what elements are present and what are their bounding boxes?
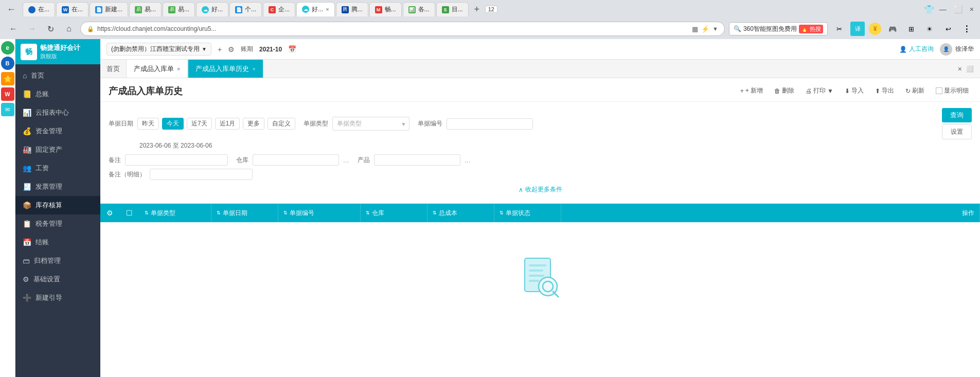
tab-close-icon[interactable]: × — [326, 6, 329, 12]
tab-8[interactable]: C 企... — [263, 2, 295, 16]
detail-note-input[interactable] — [150, 169, 253, 180]
tab-4[interactable]: 易 易... — [129, 2, 162, 16]
product-input[interactable] — [374, 154, 460, 166]
tshirt-icon[interactable]: 👕 — [924, 5, 934, 14]
lightning-icon[interactable]: ⚡ — [701, 25, 709, 33]
breadcrumb-home[interactable]: 首页 — [100, 60, 126, 78]
tab-10[interactable]: 腾 腾... — [336, 2, 368, 16]
undo-icon[interactable]: ↩ — [941, 22, 955, 36]
expand-panel-button[interactable]: ⬜ — [966, 65, 974, 73]
search-box[interactable]: 🔍 360智能抠图免费用 🔥 热搜 — [729, 22, 828, 35]
page-tab-list[interactable]: 产成品入库单 × — [126, 60, 188, 78]
show-columns-button[interactable]: 显示明细 — [933, 84, 972, 97]
scissors-icon[interactable]: ✂ — [832, 22, 846, 36]
note-input[interactable] — [125, 154, 228, 166]
tab-13[interactable]: S 目... — [436, 2, 469, 16]
add-company-button[interactable]: + — [218, 45, 222, 53]
page-tab-history[interactable]: 产成品入库单历史 × — [188, 60, 263, 78]
table-select-all[interactable]: ☐ — [119, 209, 139, 217]
maximize-button[interactable]: ⬜ — [952, 5, 965, 13]
new-tab-button[interactable]: + — [470, 2, 484, 16]
nav-back-icon[interactable]: ← — [4, 2, 19, 16]
home-button[interactable]: ⌂ — [62, 22, 76, 36]
sidebar-item-payroll[interactable]: 👥 工资 — [15, 159, 100, 177]
icon-bar-360[interactable]: e — [1, 41, 14, 55]
type-select[interactable]: 单据类型 ▼ — [332, 117, 409, 131]
settings-gear-button[interactable]: ⚙ — [228, 45, 235, 53]
icon-bar-star[interactable]: ⭐ — [1, 72, 14, 85]
date-custom-btn[interactable]: 自定义 — [268, 118, 295, 130]
tab-5[interactable]: 易 易... — [163, 2, 195, 16]
refresh-button[interactable]: ↻ 刷新 — [902, 84, 928, 97]
sidebar-item-tax[interactable]: 📋 税务管理 — [15, 214, 100, 233]
table-gear-button[interactable]: ⚙ — [100, 209, 119, 217]
translate-icon[interactable]: 译 — [850, 22, 865, 36]
tab-2[interactable]: W 在... — [56, 2, 88, 16]
col-header-status[interactable]: ⇅ 单据状态 — [494, 204, 561, 222]
date-more-btn[interactable]: 更多 — [243, 118, 264, 130]
product-ellipsis-icon[interactable]: ... — [465, 156, 471, 164]
tab-active[interactable]: 在... — [23, 2, 55, 16]
warehouse-input[interactable] — [253, 154, 339, 166]
sidebar-item-new-guide[interactable]: ➕ 新建引导 — [15, 289, 100, 307]
user-name[interactable]: 徐泽华 — [955, 45, 974, 53]
sidebar-item-assets[interactable]: 🏭 固定资产 — [15, 140, 100, 159]
new-button[interactable]: + + 新增 — [737, 84, 766, 97]
yuan-icon[interactable]: ¥ — [869, 23, 881, 35]
minimize-button[interactable]: — — [937, 5, 949, 13]
sidebar-item-archive[interactable]: 🗃 归档管理 — [15, 252, 100, 270]
col-header-cost[interactable]: ⇅ 总成本 — [427, 204, 494, 222]
print-button[interactable]: 🖨 打印 ▼ — [803, 84, 836, 97]
export-button[interactable]: ⬆ 导出 — [872, 84, 897, 97]
delete-button[interactable]: 🗑 删除 — [771, 84, 797, 97]
date-today-btn[interactable]: 今天 — [162, 118, 184, 130]
col-header-number[interactable]: ⇅ 单据编号 — [278, 204, 361, 222]
tab-9-active[interactable]: ☁ 好... × — [296, 2, 334, 16]
tab-3[interactable]: 📄 新建... — [90, 2, 128, 16]
sidebar-item-report[interactable]: 📊 云报表中心 — [15, 103, 100, 122]
icon-bar-mail[interactable]: ✉ — [1, 103, 14, 116]
sidebar-item-settings[interactable]: ⚙ 基础设置 — [15, 270, 100, 289]
sidebar-item-invoice[interactable]: 🧾 发票管理 — [15, 177, 100, 196]
col-header-type[interactable]: ⇅ 单据类型 — [139, 204, 211, 222]
url-bar[interactable]: 🔒 https://cloud.chanjet.com/accounting/u… — [80, 22, 725, 36]
chevron-down-icon[interactable]: ▼ — [712, 26, 718, 32]
sidebar-item-ledger[interactable]: 📒 总账 — [15, 85, 100, 103]
date-yesterday-btn[interactable]: 昨天 — [137, 118, 159, 130]
number-input[interactable] — [447, 118, 533, 130]
page-tab-close-icon[interactable]: × — [252, 66, 255, 72]
tab-11[interactable]: M 畅... — [369, 2, 402, 16]
back-button[interactable]: ← — [6, 22, 21, 36]
date-7days-btn[interactable]: 近7天 — [187, 118, 212, 130]
icon-bar-blue[interactable]: B — [1, 57, 14, 70]
icon-bar-weibo[interactable]: W — [1, 87, 14, 101]
user-service-button[interactable]: 👤 人工咨询 — [899, 45, 934, 53]
refresh-button[interactable]: ↻ — [43, 22, 58, 36]
close-button[interactable]: × — [968, 5, 976, 13]
warehouse-ellipsis-icon[interactable]: ... — [343, 156, 349, 164]
tab-7[interactable]: 📄 个... — [229, 2, 262, 16]
close-panel-button[interactable]: × — [958, 65, 962, 73]
tab-6[interactable]: ☁ 好... — [196, 2, 228, 16]
sidebar-item-funds[interactable]: 💰 资金管理 — [15, 122, 100, 140]
sidebar-item-home[interactable]: ⌂ 首页 — [15, 66, 100, 85]
sidebar-item-inventory[interactable]: 📦 库存核算 — [15, 196, 100, 214]
sidebar-item-closing[interactable]: 📅 结账 — [15, 233, 100, 252]
import-button[interactable]: ⬇ 导入 — [842, 84, 867, 97]
game-icon[interactable]: 🎮 — [885, 22, 900, 36]
company-selector[interactable]: (勿删勿禁用）江西赣宝测试专用 ▼ — [106, 43, 211, 56]
collapse-button[interactable]: ∧ 收起更多条件 — [109, 182, 972, 197]
setting-button[interactable]: 设置 — [942, 124, 972, 139]
tab-12[interactable]: 📊 各... — [403, 2, 435, 16]
more-icon[interactable]: ⋮ — [959, 22, 974, 36]
col-header-warehouse[interactable]: ⇅ 仓库 — [361, 204, 427, 222]
grid-icon[interactable]: ▦ — [692, 25, 698, 33]
col-header-date[interactable]: ⇅ 单据日期 — [211, 204, 278, 222]
forward-button[interactable]: → — [25, 22, 39, 36]
calendar-icon[interactable]: 📅 — [288, 45, 296, 53]
layout-icon[interactable]: ⊞ — [904, 22, 918, 36]
brightness-icon[interactable]: ☀ — [922, 22, 937, 36]
page-tab-close-icon[interactable]: × — [177, 66, 180, 72]
date-1month-btn[interactable]: 近1月 — [215, 118, 240, 130]
query-button[interactable]: 查询 — [942, 108, 972, 122]
